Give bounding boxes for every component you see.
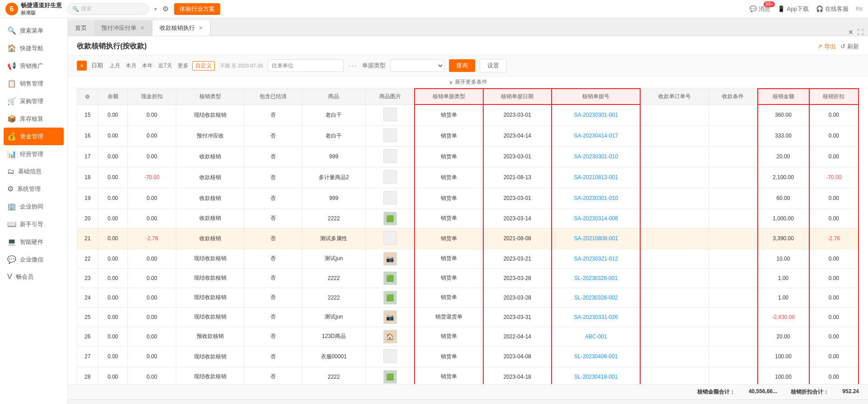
cancel-amount-cell: -2,430.00 [758, 307, 809, 327]
from-unit-input[interactable] [268, 59, 344, 72]
newbie-icon: 📖 [7, 220, 16, 228]
date-btn-custom[interactable]: 自定义 [192, 61, 215, 71]
top-right-actions: 💬 消息 99+ 📱 App下载 🎧 在线客服 Rit [750, 5, 863, 13]
message-btn[interactable]: 💬 消息 99+ [750, 5, 770, 13]
cancel-date-cell: 2023-03-28 [483, 288, 552, 307]
sidebar-item-smart-hw[interactable]: 💻 智能硬件 [0, 233, 67, 251]
filter-bar: » 日期 上月 本月 本年 近7天 更多 自定义 不限 至 2023-07-26… [68, 55, 868, 76]
goods-image-thumb: 🟩 [383, 370, 397, 384]
sidebar-item-finance[interactable]: 💰 资金管理 [4, 128, 64, 145]
cancel-bill-no-link[interactable]: SL-20230408-001 [574, 353, 618, 360]
cancel-bill-type-cell: 销货单 [415, 167, 483, 188]
col-goods: 商品 [302, 89, 365, 105]
sidebar-item-sys-mgmt[interactable]: ⚙ 系统管理 [0, 180, 67, 198]
cancel-bill-no-link[interactable]: SA-20230331-026 [574, 314, 618, 320]
cancel-amount-cell: 100.00 [758, 346, 809, 367]
search-dropdown-arrow[interactable]: ▾ [154, 6, 157, 12]
basic-info-icon: 🗂 [7, 167, 14, 176]
cancel-bill-no-link[interactable]: SA-20210813-001 [574, 174, 618, 181]
cancel-bill-type-cell: 销货单 [415, 228, 483, 249]
cancel-discount-cell: 0.00 [809, 346, 859, 367]
sales-icon: 📋 [7, 79, 16, 88]
table-wrapper: ⚙ 余额 现金折扣 核销类型 包含已结清 商品 商品图片 核销单据类型 核销单据… [68, 88, 868, 384]
cancel-bill-no-link[interactable]: SL-20230328-001 [574, 275, 618, 281]
cancel-bill-no-link[interactable]: SA-20210808-001 [574, 235, 618, 242]
refresh-icon: ↺ [840, 43, 845, 50]
top-search-bar[interactable]: 🔍 搜索 [67, 3, 149, 15]
scroll-area[interactable] [68, 399, 868, 404]
date-btn-7days[interactable]: 近7天 [156, 61, 174, 71]
tab-receipt-cancel-close[interactable]: ✕ [198, 25, 203, 31]
col-cancel-type: 核销类型 [176, 89, 244, 105]
table-row: 230.000.00现结收款核销否2222🟩销货单2023-03-28SL-20… [77, 268, 859, 288]
date-btn-this-year[interactable]: 本年 [140, 61, 155, 71]
cancel-amount-cell: 3,390.00 [758, 228, 809, 249]
sidebar-item-enterprise[interactable]: 🏢 企业协同 [0, 198, 67, 215]
tab-expand-icon[interactable]: ⛶ [857, 29, 863, 36]
cancel-date-cell: 2022-04-14 [483, 327, 552, 346]
cancel-bill-no-link[interactable]: SL-20230328-002 [574, 295, 618, 301]
sidebar-item-quick-nav[interactable]: 🏠 快捷导航 [0, 39, 67, 57]
cancel-amount-cell: 1.00 [758, 288, 809, 307]
cancel-bill-no-link[interactable]: SA-20230301-001 [574, 112, 618, 118]
cancel-bill-no-link[interactable]: SA-20230321-012 [574, 256, 618, 262]
cancel-discount-cell: 0.00 [809, 188, 859, 209]
sidebar-item-inventory[interactable]: 📦 库存核算 [0, 110, 67, 128]
total-discount-value: 952.24 [842, 388, 859, 396]
filter-toggle-button[interactable]: » [77, 61, 87, 71]
goods-image-thumb [383, 191, 397, 204]
cancel-date-cell: 2023-04-18 [483, 367, 552, 384]
setting-button[interactable]: 设置 [480, 59, 507, 72]
sidebar-item-vip[interactable]: V 畅会员 [0, 268, 67, 285]
cancel-discount-cell: -70.00 [809, 167, 859, 188]
date-btn-last-month[interactable]: 上月 [108, 61, 122, 71]
cancel-bill-no-link[interactable]: SA-20230301-010 [574, 153, 618, 160]
col-receipt-cond: 收款条件 [708, 89, 757, 105]
cancel-bill-type-cell: 销货单 [415, 288, 483, 307]
search-menu-icon: 🔍 [7, 26, 16, 35]
table-footer: 核销金额合计： 40,556,66... 核销折扣合计： 952.24 [68, 384, 868, 399]
cancel-bill-no-link[interactable]: SA-20230414-017 [574, 133, 618, 139]
cancel-bill-no-link[interactable]: ABC-001 [585, 333, 607, 340]
total-amount-value: 40,556,66... [749, 388, 777, 396]
goods-image-thumb [383, 128, 397, 142]
table-row: 180.00-70.00收款核销否多计量商品2销货单2021-08-13SA-2… [77, 167, 859, 188]
date-btn-more[interactable]: 更多 [176, 61, 190, 71]
cancel-bill-type-cell: 销货单 [415, 188, 483, 209]
sidebar-item-newbie[interactable]: 📖 新手引导 [0, 215, 67, 233]
app-download-btn[interactable]: 📱 App下载 [778, 5, 809, 13]
tab-home[interactable]: 首页 [68, 20, 94, 36]
col-cancel-date: 核销单据日期 [483, 89, 552, 105]
industry-solution-button[interactable]: 体验行业方案 [174, 3, 220, 15]
vip-icon: V [7, 273, 12, 281]
cancel-discount-cell: 0.00 [809, 209, 859, 228]
sidebar-item-marketing[interactable]: 📢 营销推广 [0, 57, 67, 75]
bill-type-select[interactable] [390, 59, 444, 72]
gear-icon[interactable]: ⚙ [162, 5, 169, 13]
tab-prepay[interactable]: 预付冲应付单 ✕ [94, 20, 152, 36]
cancel-bill-no-link[interactable]: SL-20230418-001 [574, 374, 618, 380]
cancel-bill-no-link[interactable]: SA-20230314-008 [574, 215, 618, 222]
app-logo: 6 畅捷通道好生意 标准版 [5, 1, 62, 16]
goods-image-thumb [383, 349, 397, 363]
sidebar-item-basic-info[interactable]: 🗂 基础信息 [0, 163, 67, 180]
tab-close-all-icon[interactable]: ✕ [848, 29, 854, 36]
sidebar-item-sales[interactable]: 📋 销售管理 [0, 75, 67, 92]
expand-more-button[interactable]: ∨ 展开更多条件 [449, 78, 487, 86]
query-button[interactable]: 查询 [449, 59, 475, 72]
refresh-button[interactable]: ↺ 刷新 [840, 43, 859, 51]
sidebar-item-wechat[interactable]: 💬 企业微信 [0, 251, 67, 268]
cancel-date-cell: 2021-08-08 [483, 228, 552, 249]
tab-prepay-close[interactable]: ✕ [140, 25, 145, 31]
cancel-bill-no-link[interactable]: SA-20230301-010 [574, 195, 618, 201]
date-options: 上月 本月 本年 近7天 更多 自定义 [108, 61, 215, 71]
col-settings[interactable]: ⚙ [77, 89, 98, 105]
sidebar-item-search-menu[interactable]: 🔍 搜索菜单 [0, 22, 67, 39]
date-btn-this-month[interactable]: 本月 [124, 61, 138, 71]
sidebar-item-purchase[interactable]: 🛒 采购管理 [0, 92, 67, 110]
export-button[interactable]: ↗ 导出 [817, 43, 836, 51]
online-service-btn[interactable]: 🎧 在线客服 [816, 5, 849, 13]
sidebar-item-operations[interactable]: 📊 经营管理 [0, 145, 67, 163]
date-filter-label: 日期 [91, 62, 103, 70]
tab-receipt-cancel[interactable]: 收款核销执行 ✕ [152, 20, 211, 36]
